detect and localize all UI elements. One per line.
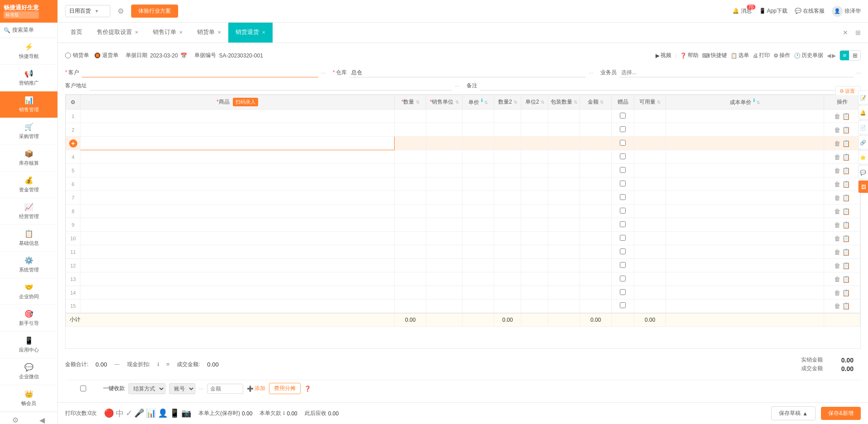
- qty-cell-7[interactable]: [395, 191, 426, 205]
- rp-btn-7[interactable]: 🖼: [858, 180, 868, 193]
- rp-btn-5[interactable]: ⭐: [858, 150, 868, 164]
- unit2-cell-14[interactable]: [521, 286, 548, 300]
- tab-sales-order-close-icon[interactable]: ✕: [179, 30, 183, 35]
- sidebar-collapse-btn[interactable]: ◀: [31, 416, 54, 424]
- unit2-cell-13[interactable]: [521, 272, 548, 286]
- avail-cell-14[interactable]: [634, 286, 666, 300]
- cost-cell-8[interactable]: [666, 205, 824, 218]
- user-menu[interactable]: 👤 徐泽华: [832, 6, 861, 17]
- payment-help-icon[interactable]: ❓: [304, 386, 311, 392]
- qty2-cell-8[interactable]: [494, 205, 521, 218]
- cost-cell-7[interactable]: [666, 191, 824, 205]
- amount-cell-14[interactable]: [580, 286, 612, 300]
- pack-cell-9[interactable]: [548, 218, 580, 232]
- unit-cell-7[interactable]: [426, 191, 462, 205]
- copy-icon-6[interactable]: 📋: [842, 181, 850, 188]
- product-cell-9[interactable]: [80, 218, 395, 232]
- product-cell-2[interactable]: [80, 123, 395, 137]
- gift-check-13[interactable]: [620, 276, 626, 281]
- qty-cell-10[interactable]: [395, 232, 426, 245]
- sidebar-item-quick-nav[interactable]: ⚡ 快捷导航: [0, 38, 57, 65]
- qty-cell-13[interactable]: [395, 272, 426, 286]
- trial-btn[interactable]: 体验行业方案: [131, 5, 178, 18]
- qty-cell-8[interactable]: [395, 205, 426, 218]
- copy-icon-10[interactable]: 📋: [842, 235, 850, 242]
- sidebar-item-apps[interactable]: 📱 应用中心: [0, 332, 57, 358]
- unit-cell-13[interactable]: [426, 272, 462, 286]
- copy-icon-12[interactable]: 📋: [842, 262, 850, 269]
- rp-btn-6[interactable]: 💬: [858, 165, 868, 179]
- footer-icon-3[interactable]: ✓: [126, 408, 132, 419]
- delete-icon-7[interactable]: 🗑: [834, 194, 840, 201]
- delete-icon-15[interactable]: 🗑: [834, 302, 840, 310]
- footer-icon-7[interactable]: 📱: [170, 408, 179, 419]
- unit2-cell-1[interactable]: [521, 110, 548, 123]
- staff-input[interactable]: [619, 68, 854, 77]
- copy-icon-3[interactable]: 📋: [842, 140, 850, 147]
- delete-icon-13[interactable]: 🗑: [834, 276, 840, 283]
- account-select[interactable]: 账号: [169, 383, 195, 394]
- calendar-icon[interactable]: 📅: [180, 52, 187, 59]
- gift-check-9[interactable]: [620, 221, 626, 227]
- gift-cell-1[interactable]: [612, 110, 634, 123]
- cost-cell-6[interactable]: [666, 177, 824, 191]
- delete-icon-11[interactable]: 🗑: [834, 248, 840, 256]
- add-row-cell[interactable]: +: [66, 137, 80, 150]
- warehouse-input[interactable]: [349, 68, 586, 77]
- rp-btn-3[interactable]: 📄: [858, 120, 868, 134]
- product-cell-14[interactable]: [80, 286, 395, 300]
- copy-icon-11[interactable]: 📋: [842, 248, 850, 256]
- qty-cell-5[interactable]: [395, 164, 426, 177]
- copy-icon-1[interactable]: 📋: [842, 113, 850, 120]
- product-cell-13[interactable]: [80, 272, 395, 286]
- delete-icon-3[interactable]: 🗑: [834, 140, 840, 147]
- delete-icon-12[interactable]: 🗑: [834, 262, 840, 269]
- tab-grid-icon[interactable]: ⊞: [854, 28, 863, 37]
- gift-cell-6[interactable]: [612, 177, 634, 191]
- amount-cell-4[interactable]: [580, 150, 612, 164]
- customer-dots-btn[interactable]: ···: [321, 70, 326, 76]
- delete-icon-2[interactable]: 🗑: [834, 126, 840, 133]
- unit2-cell-9[interactable]: [521, 218, 548, 232]
- gift-cell-8[interactable]: [612, 205, 634, 218]
- save-draft-btn[interactable]: 保存草稿 ▲: [771, 406, 816, 420]
- price-cell-5[interactable]: [462, 164, 494, 177]
- unit2-cell-7[interactable]: [521, 191, 548, 205]
- delete-icon-14[interactable]: 🗑: [834, 289, 840, 296]
- address-dots-btn[interactable]: ···: [455, 83, 459, 89]
- unit2-cell-6[interactable]: [521, 177, 548, 191]
- pack-cell-3[interactable]: [548, 137, 580, 150]
- cost-cell-9[interactable]: [666, 218, 824, 232]
- amount-cell-6[interactable]: [580, 177, 612, 191]
- qty2-cell-1[interactable]: [494, 110, 521, 123]
- radio-return[interactable]: 退货单: [94, 52, 118, 59]
- rp-btn-4[interactable]: 🔗: [858, 135, 868, 149]
- qty-cell-14[interactable]: [395, 286, 426, 300]
- avail-cell-13[interactable]: [634, 272, 666, 286]
- price-cell-4[interactable]: [462, 150, 494, 164]
- tab-sales-order[interactable]: 销售订单 ✕: [146, 23, 190, 43]
- cost-cell-2[interactable]: [666, 123, 824, 137]
- staff-dots-btn[interactable]: ···: [856, 70, 861, 76]
- price-cell-15[interactable]: [462, 300, 494, 313]
- gift-cell-10[interactable]: [612, 232, 634, 245]
- gift-cell-2[interactable]: [612, 123, 634, 137]
- footer-icon-1[interactable]: 🔴: [104, 408, 114, 419]
- delete-icon-4[interactable]: 🗑: [834, 153, 840, 161]
- unit-cell-3[interactable]: [426, 137, 462, 150]
- price-cell-6[interactable]: [462, 177, 494, 191]
- amount-cell-13[interactable]: [580, 272, 612, 286]
- qty2-cell-5[interactable]: [494, 164, 521, 177]
- qty2-cell-7[interactable]: [494, 191, 521, 205]
- product-cell-12[interactable]: [80, 259, 395, 272]
- gift-check-4[interactable]: [620, 153, 626, 159]
- radio-sales[interactable]: 销货单: [65, 52, 89, 59]
- pack-cell-14[interactable]: [548, 286, 580, 300]
- avail-cell-10[interactable]: [634, 232, 666, 245]
- sidebar-settings-btn[interactable]: ⚙: [4, 416, 27, 424]
- save-new-btn[interactable]: 保存&新增: [821, 407, 861, 420]
- qty-cell-12[interactable]: [395, 259, 426, 272]
- gift-cell-9[interactable]: [612, 218, 634, 232]
- gift-check-1[interactable]: [620, 113, 626, 119]
- account-dots-btn[interactable]: ···: [199, 386, 203, 392]
